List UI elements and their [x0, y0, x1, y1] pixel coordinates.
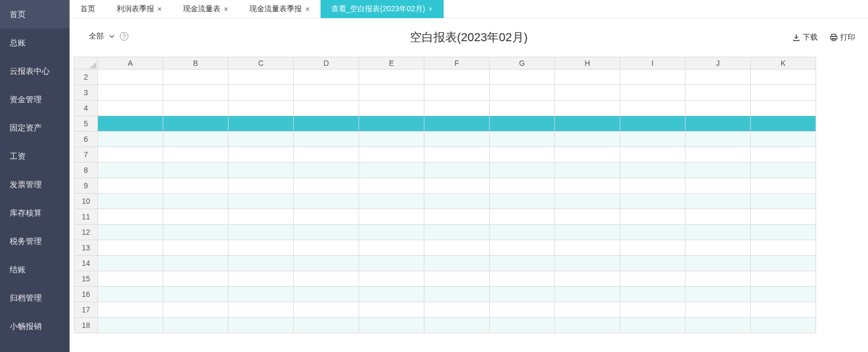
cell-G12[interactable] [490, 225, 555, 240]
tab-3[interactable]: 现金流量表季报× [239, 0, 320, 18]
cell-E13[interactable] [359, 240, 424, 256]
cell-C12[interactable] [229, 225, 294, 240]
cell-B14[interactable] [163, 256, 229, 271]
cell-I13[interactable] [620, 240, 686, 256]
column-header-F[interactable]: F [424, 57, 490, 70]
cell-K18[interactable] [751, 318, 816, 333]
cell-A17[interactable] [98, 302, 163, 318]
row-header-5[interactable]: 5 [74, 116, 98, 132]
cell-A3[interactable] [98, 85, 163, 101]
cell-I2[interactable] [620, 70, 686, 85]
close-icon[interactable]: × [157, 5, 162, 13]
column-header-K[interactable]: K [751, 57, 816, 70]
cell-C10[interactable] [229, 194, 294, 209]
cell-D9[interactable] [294, 178, 359, 194]
cell-I3[interactable] [620, 85, 686, 101]
cell-J14[interactable] [686, 256, 751, 271]
cell-I14[interactable] [620, 256, 686, 271]
cell-I10[interactable] [620, 194, 686, 209]
cell-C18[interactable] [229, 318, 294, 333]
cell-I16[interactable] [620, 287, 686, 302]
cell-C7[interactable] [229, 147, 294, 163]
cell-A12[interactable] [98, 225, 163, 240]
cell-K5[interactable] [751, 116, 816, 132]
row-header-8[interactable]: 8 [74, 163, 98, 178]
cell-A7[interactable] [98, 147, 163, 163]
help-icon[interactable]: ? [120, 32, 128, 41]
sidebar-item-close[interactable]: 结账 [0, 255, 70, 284]
cell-B8[interactable] [163, 163, 229, 178]
cell-H4[interactable] [555, 101, 620, 116]
cell-D12[interactable] [294, 225, 359, 240]
sidebar-item-invoice[interactable]: 发票管理 [0, 170, 70, 198]
cell-C2[interactable] [229, 70, 294, 85]
cell-J5[interactable] [686, 116, 751, 132]
cell-H8[interactable] [555, 163, 620, 178]
cell-B7[interactable] [163, 147, 229, 163]
cell-E3[interactable] [359, 85, 424, 101]
row-header-18[interactable]: 18 [74, 318, 98, 333]
cell-J10[interactable] [686, 194, 751, 209]
cell-J6[interactable] [686, 132, 751, 147]
row-header-14[interactable]: 14 [74, 256, 98, 271]
close-icon[interactable]: × [428, 5, 432, 13]
cell-C4[interactable] [229, 101, 294, 116]
cell-E8[interactable] [359, 163, 424, 178]
cell-F12[interactable] [424, 225, 490, 240]
sidebar-item-inventory[interactable]: 库存核算 [0, 198, 70, 227]
close-icon[interactable]: × [224, 5, 228, 13]
filter-dropdown[interactable]: 全部 ? [89, 32, 128, 44]
cell-J15[interactable] [686, 271, 751, 287]
cell-D4[interactable] [294, 101, 359, 116]
cell-G16[interactable] [490, 287, 555, 302]
cell-D13[interactable] [294, 240, 359, 256]
cell-D7[interactable] [294, 147, 359, 163]
cell-D10[interactable] [294, 194, 359, 209]
cell-K10[interactable] [751, 194, 816, 209]
cell-C9[interactable] [229, 178, 294, 194]
cell-I6[interactable] [620, 132, 686, 147]
cell-B17[interactable] [163, 302, 229, 318]
cell-F7[interactable] [424, 147, 490, 163]
cell-D11[interactable] [294, 209, 359, 225]
row-header-12[interactable]: 12 [74, 225, 98, 240]
row-header-13[interactable]: 13 [74, 240, 98, 256]
cell-H16[interactable] [555, 287, 620, 302]
cell-G15[interactable] [490, 271, 555, 287]
cell-J8[interactable] [686, 163, 751, 178]
cell-G13[interactable] [490, 240, 555, 256]
cell-H13[interactable] [555, 240, 620, 256]
cell-H18[interactable] [555, 318, 620, 333]
cell-I11[interactable] [620, 209, 686, 225]
cell-D18[interactable] [294, 318, 359, 333]
cell-G2[interactable] [490, 70, 555, 85]
cell-B11[interactable] [163, 209, 229, 225]
row-header-2[interactable]: 2 [74, 70, 98, 85]
cell-J4[interactable] [686, 101, 751, 116]
cell-G10[interactable] [490, 194, 555, 209]
cell-E15[interactable] [359, 271, 424, 287]
cell-C6[interactable] [229, 132, 294, 147]
cell-H9[interactable] [555, 178, 620, 194]
cell-C5[interactable] [229, 116, 294, 132]
row-header-4[interactable]: 4 [74, 101, 98, 116]
cell-G14[interactable] [490, 256, 555, 271]
cell-K15[interactable] [751, 271, 816, 287]
column-header-D[interactable]: D [294, 57, 359, 70]
cell-D14[interactable] [294, 256, 359, 271]
cell-H14[interactable] [555, 256, 620, 271]
cell-F6[interactable] [424, 132, 490, 147]
print-button[interactable]: 打印 [829, 33, 855, 42]
cell-B4[interactable] [163, 101, 229, 116]
cell-A18[interactable] [98, 318, 163, 333]
cell-H2[interactable] [555, 70, 620, 85]
cell-K12[interactable] [751, 225, 816, 240]
cell-F17[interactable] [424, 302, 490, 318]
cell-G8[interactable] [490, 163, 555, 178]
sidebar-item-reports[interactable]: 云报表中心 [0, 57, 70, 85]
column-header-I[interactable]: I [620, 57, 686, 70]
cell-J9[interactable] [686, 178, 751, 194]
cell-B13[interactable] [163, 240, 229, 256]
cell-B6[interactable] [163, 132, 229, 147]
cell-G17[interactable] [490, 302, 555, 318]
